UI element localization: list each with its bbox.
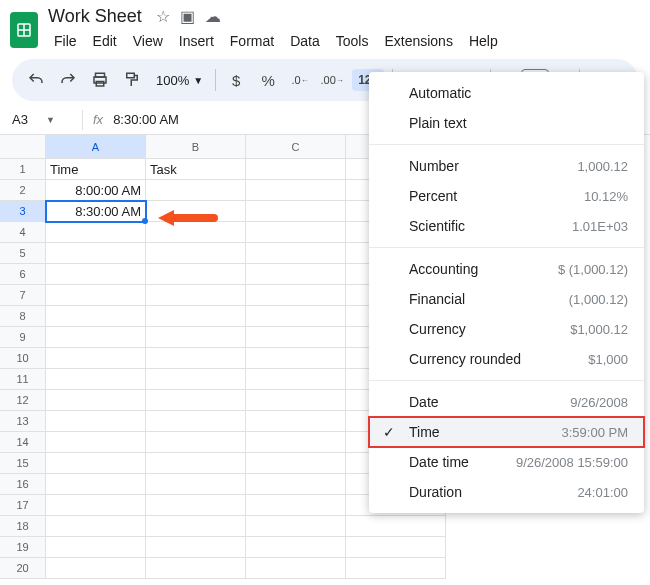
cell-b10[interactable] [146, 348, 246, 369]
row-header[interactable]: 18 [0, 516, 46, 537]
cell-b20[interactable] [146, 558, 246, 579]
row-header[interactable]: 17 [0, 495, 46, 516]
format-number[interactable]: Number1,000.12 [369, 151, 644, 181]
format-currency-rounded[interactable]: Currency rounded$1,000 [369, 344, 644, 374]
cell-a4[interactable] [46, 222, 146, 243]
row-header[interactable]: 4 [0, 222, 46, 243]
cell-b1[interactable]: Task [146, 159, 246, 180]
cell-a18[interactable] [46, 516, 146, 537]
cell-a3[interactable]: 8:30:00 AM [46, 201, 146, 222]
cell-b17[interactable] [146, 495, 246, 516]
cell-b2[interactable] [146, 180, 246, 201]
row-header[interactable]: 5 [0, 243, 46, 264]
cell-c2[interactable] [246, 180, 346, 201]
menu-file[interactable]: File [48, 29, 83, 53]
undo-button[interactable] [24, 66, 48, 94]
row-header[interactable]: 8 [0, 306, 46, 327]
cell-a8[interactable] [46, 306, 146, 327]
cell-d19[interactable] [346, 537, 446, 558]
cell-b12[interactable] [146, 390, 246, 411]
row-header[interactable]: 11 [0, 369, 46, 390]
cell-c6[interactable] [246, 264, 346, 285]
row-header[interactable]: 1 [0, 159, 46, 180]
cell-b7[interactable] [146, 285, 246, 306]
cell-a17[interactable] [46, 495, 146, 516]
print-button[interactable] [88, 66, 112, 94]
cell-a11[interactable] [46, 369, 146, 390]
cell-c4[interactable] [246, 222, 346, 243]
cell-c13[interactable] [246, 411, 346, 432]
redo-button[interactable] [56, 66, 80, 94]
row-header[interactable]: 14 [0, 432, 46, 453]
row-header[interactable]: 3 [0, 201, 46, 222]
col-header-b[interactable]: B [146, 135, 246, 159]
format-datetime[interactable]: Date time9/26/2008 15:59:00 [369, 447, 644, 477]
move-icon[interactable]: ▣ [180, 7, 195, 26]
cell-c19[interactable] [246, 537, 346, 558]
cell-c17[interactable] [246, 495, 346, 516]
cell-c11[interactable] [246, 369, 346, 390]
cell-b19[interactable] [146, 537, 246, 558]
formula-bar[interactable]: 8:30:00 AM [113, 112, 179, 127]
star-icon[interactable]: ☆ [156, 7, 170, 26]
percent-button[interactable]: % [256, 66, 280, 94]
menu-insert[interactable]: Insert [173, 29, 220, 53]
increase-decimal-button[interactable]: .00→ [320, 66, 344, 94]
row-header[interactable]: 20 [0, 558, 46, 579]
row-header[interactable]: 16 [0, 474, 46, 495]
format-plain-text[interactable]: Plain text [369, 108, 644, 138]
cell-c16[interactable] [246, 474, 346, 495]
cell-a5[interactable] [46, 243, 146, 264]
cell-b6[interactable] [146, 264, 246, 285]
menu-data[interactable]: Data [284, 29, 326, 53]
zoom-select[interactable]: 100%▼ [152, 73, 207, 88]
cell-c18[interactable] [246, 516, 346, 537]
currency-button[interactable]: $ [224, 66, 248, 94]
format-financial[interactable]: Financial(1,000.12) [369, 284, 644, 314]
name-box[interactable]: A3▼ [12, 112, 72, 127]
menu-view[interactable]: View [127, 29, 169, 53]
cell-d20[interactable] [346, 558, 446, 579]
row-header[interactable]: 12 [0, 390, 46, 411]
cell-b16[interactable] [146, 474, 246, 495]
document-title[interactable]: Work Sheet [48, 6, 142, 27]
format-scientific[interactable]: Scientific1.01E+03 [369, 211, 644, 241]
col-header-a[interactable]: A [46, 135, 146, 159]
cell-c3[interactable] [246, 201, 346, 222]
cell-a20[interactable] [46, 558, 146, 579]
paint-format-button[interactable] [120, 66, 144, 94]
cell-c12[interactable] [246, 390, 346, 411]
cell-c14[interactable] [246, 432, 346, 453]
cell-a16[interactable] [46, 474, 146, 495]
format-percent[interactable]: Percent10.12% [369, 181, 644, 211]
cell-a14[interactable] [46, 432, 146, 453]
format-automatic[interactable]: Automatic [369, 78, 644, 108]
cell-b18[interactable] [146, 516, 246, 537]
cell-a7[interactable] [46, 285, 146, 306]
cell-b14[interactable] [146, 432, 246, 453]
cell-a1[interactable]: Time [46, 159, 146, 180]
select-all-corner[interactable] [0, 135, 46, 159]
cell-c7[interactable] [246, 285, 346, 306]
cell-a10[interactable] [46, 348, 146, 369]
cell-c8[interactable] [246, 306, 346, 327]
cloud-icon[interactable]: ☁ [205, 7, 221, 26]
row-header[interactable]: 7 [0, 285, 46, 306]
cell-a12[interactable] [46, 390, 146, 411]
row-header[interactable]: 6 [0, 264, 46, 285]
cell-c15[interactable] [246, 453, 346, 474]
cell-a9[interactable] [46, 327, 146, 348]
row-header[interactable]: 19 [0, 537, 46, 558]
menu-help[interactable]: Help [463, 29, 504, 53]
cell-c9[interactable] [246, 327, 346, 348]
cell-b15[interactable] [146, 453, 246, 474]
cell-b5[interactable] [146, 243, 246, 264]
row-header[interactable]: 15 [0, 453, 46, 474]
format-time[interactable]: Time3:59:00 PM [369, 417, 644, 447]
cell-c1[interactable] [246, 159, 346, 180]
cell-a15[interactable] [46, 453, 146, 474]
cell-a6[interactable] [46, 264, 146, 285]
cell-c5[interactable] [246, 243, 346, 264]
row-header[interactable]: 9 [0, 327, 46, 348]
col-header-c[interactable]: C [246, 135, 346, 159]
